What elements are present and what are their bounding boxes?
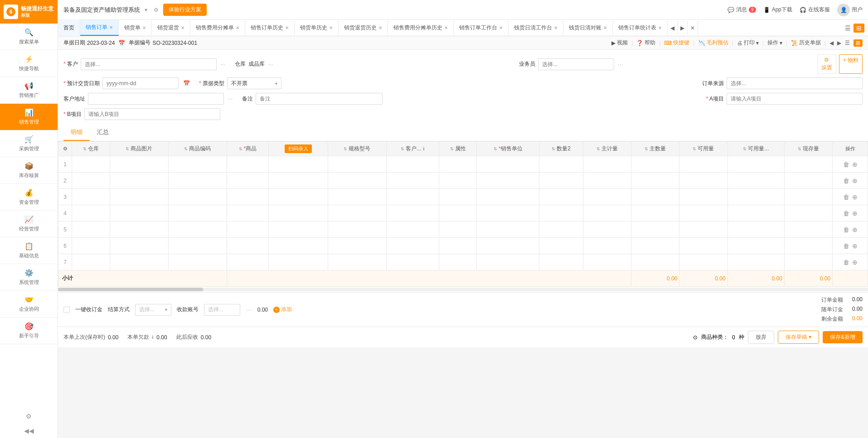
delete-icon[interactable]: 🗑	[843, 210, 849, 217]
tab-nav-right[interactable]: ▶	[678, 21, 688, 35]
expected-date-input[interactable]	[102, 77, 179, 89]
warehouse-more-icon[interactable]: ···	[268, 61, 274, 68]
app-download-button[interactable]: 📱 App下载	[763, 6, 792, 14]
delete-icon[interactable]: 🗑	[843, 177, 849, 184]
tab-list-icon[interactable]: ☰	[845, 24, 851, 32]
row-unit[interactable]	[477, 156, 539, 173]
sidebar-item-purchase[interactable]: 🛒 采购管理	[0, 130, 58, 157]
col-settings[interactable]: ⚙	[58, 142, 72, 156]
tab-close-icon[interactable]: ✕	[109, 25, 113, 30]
tab-layout-icon[interactable]: ⊞	[853, 24, 864, 33]
user-profile-button[interactable]: 👤 用户	[837, 4, 863, 16]
copy-icon[interactable]: ⊕	[852, 210, 858, 217]
online-service-button[interactable]: 🎧 在线客服	[800, 6, 830, 14]
tab-expense-history[interactable]: 销售费用分摊单历史 ✕	[388, 20, 454, 35]
one-click-checkbox[interactable]	[63, 307, 70, 313]
tab-order-workbench[interactable]: 销售订单工作台 ✕	[454, 20, 509, 35]
copy-icon[interactable]: ⊕	[852, 177, 858, 184]
sidebar-item-marketing[interactable]: 📢 营销推广	[0, 77, 58, 104]
shortcut-btn[interactable]: ⌨ 快捷键	[664, 39, 689, 47]
tab-home[interactable]: 首页	[58, 20, 80, 35]
settings-gear-icon[interactable]: ⚙	[154, 7, 159, 13]
salesperson-more-icon[interactable]: ···	[618, 61, 623, 68]
tab-summary[interactable]: 汇总	[90, 125, 116, 141]
sidebar-item-search[interactable]: 🔍 搜索菜单	[0, 24, 58, 50]
add-payment-button[interactable]: + 添加	[273, 306, 292, 313]
scrollbar-thumb[interactable]	[58, 288, 203, 291]
debt-info-icon[interactable]: ℹ	[152, 335, 154, 340]
tab-close-icon[interactable]: ✕	[181, 25, 184, 30]
sidebar-item-enterprise[interactable]: 🤝 企业协同	[0, 291, 58, 318]
delete-icon[interactable]: 🗑	[843, 242, 849, 250]
row-current-stock[interactable]	[784, 156, 832, 173]
customer-address-input[interactable]	[88, 93, 224, 105]
tab-close-icon[interactable]: ✕	[554, 25, 558, 30]
tab-more[interactable]: ✕	[688, 21, 698, 35]
tab-close-icon[interactable]: ✕	[142, 25, 146, 30]
invoice-select[interactable]: 不开票 ▾	[227, 77, 281, 89]
row-product[interactable]	[227, 156, 268, 173]
tab-goods-history[interactable]: 销货单历史 ✕	[295, 20, 339, 35]
row-main-qty[interactable]	[631, 156, 679, 173]
prev-record-icon[interactable]: ◀	[829, 40, 834, 46]
table-scrollbar[interactable]	[58, 288, 868, 291]
tab-return-history[interactable]: 销货退货历史 ✕	[339, 20, 388, 35]
sidebar-item-finance[interactable]: 💰 资金管理	[0, 184, 58, 211]
delete-icon[interactable]: 🗑	[843, 226, 849, 233]
message-button[interactable]: 💬 消息 9	[727, 6, 756, 14]
list-view-icon[interactable]: ☰	[845, 40, 850, 46]
sidebar-collapse[interactable]: ◀◀	[0, 424, 58, 438]
sidebar-settings[interactable]: ⚙	[0, 409, 58, 424]
b-project-input[interactable]	[84, 108, 220, 120]
copy-icon[interactable]: ⊕	[852, 226, 858, 233]
a-project-input[interactable]	[727, 93, 863, 105]
tab-sales-return[interactable]: 销货退货 ✕	[152, 20, 190, 35]
customer-more-icon[interactable]: ···	[220, 61, 226, 68]
row-product-image[interactable]	[110, 156, 168, 173]
tab-close-icon[interactable]: ✕	[603, 25, 607, 30]
copy-icon[interactable]: ⊕	[852, 259, 858, 266]
sidebar-item-operation[interactable]: 📈 经营管理	[0, 211, 58, 237]
tab-close-icon[interactable]: ✕	[444, 25, 448, 30]
row-main-unit[interactable]	[583, 156, 631, 173]
delete-icon[interactable]: 🗑	[843, 161, 849, 168]
sidebar-item-inventory[interactable]: 📦 库存核算	[0, 157, 58, 184]
help-btn[interactable]: ❓ 帮助	[636, 39, 655, 47]
discard-button[interactable]: 放弃	[748, 331, 774, 344]
copy-icon[interactable]: ⊕	[852, 242, 858, 250]
tab-expense-split[interactable]: 销售费用分摊单 ✕	[190, 20, 245, 35]
row-available2[interactable]	[727, 156, 784, 173]
tab-close-icon[interactable]: ✕	[285, 25, 289, 30]
history-btn[interactable]: 📜 历史单据	[791, 39, 821, 47]
row-available[interactable]	[679, 156, 727, 173]
tab-daily-workbench[interactable]: 钱货日清工作台 ✕	[509, 20, 563, 35]
salesperson-input[interactable]	[538, 58, 614, 70]
row-spec[interactable]	[328, 156, 386, 173]
next-record-icon[interactable]: ▶	[837, 40, 841, 46]
payment-method-select[interactable]: 选择... ▾	[135, 304, 171, 316]
profit-btn[interactable]: 📉 毛利预估	[698, 39, 728, 47]
sidebar-item-system[interactable]: ⚙️ 系统管理	[0, 264, 58, 291]
scan-button[interactable]: 扫码录入	[285, 144, 312, 153]
card-view-icon[interactable]: ⊞	[853, 39, 863, 47]
expected-date-calendar-icon[interactable]: 📅	[183, 80, 190, 87]
settings-btn[interactable]: ⚙ 设置	[817, 54, 836, 74]
tab-sales-order[interactable]: 销售订单 ✕	[80, 20, 119, 36]
save-draft-button[interactable]: 保存草稿 ▾	[778, 331, 819, 344]
tab-order-history[interactable]: 销售订单历史 ✕	[245, 20, 295, 35]
row-attribute[interactable]	[439, 156, 477, 173]
tab-order-stats[interactable]: 销售订单统计表 ✕	[613, 20, 668, 35]
tab-close-icon[interactable]: ✕	[378, 25, 382, 30]
copy-icon[interactable]: ⊕	[852, 161, 858, 168]
address-more-icon[interactable]: ···	[228, 95, 233, 102]
print-btn[interactable]: 🖨 打印 ▾	[737, 39, 759, 47]
delete-icon[interactable]: 🗑	[843, 259, 849, 266]
tab-close-icon[interactable]: ✕	[329, 25, 333, 30]
tab-detail[interactable]: 明细	[63, 125, 90, 141]
row-customer-code[interactable]	[386, 156, 439, 173]
tab-close-icon[interactable]: ✕	[658, 25, 662, 30]
row-warehouse[interactable]	[72, 156, 110, 173]
tab-nav-left[interactable]: ◀	[668, 21, 678, 35]
add-material-btn[interactable]: + 物料	[839, 54, 863, 74]
calendar-icon[interactable]: 📅	[118, 40, 125, 46]
